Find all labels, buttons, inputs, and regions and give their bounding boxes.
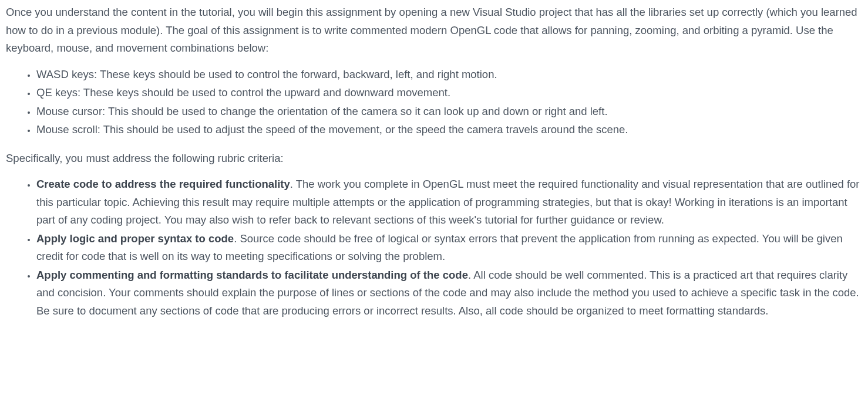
list-item: Apply logic and proper syntax to code. S… <box>36 230 862 266</box>
list-item: Apply commenting and formatting standard… <box>36 266 862 320</box>
controls-list: WASD keys: These keys should be used to … <box>6 66 862 139</box>
rubric-intro: Specifically, you must address the follo… <box>6 150 862 168</box>
rubric-list: Create code to address the required func… <box>6 175 862 320</box>
list-item: Mouse scroll: This should be used to adj… <box>36 121 862 139</box>
list-item: WASD keys: These keys should be used to … <box>36 66 862 84</box>
rubric-bold: Apply commenting and formatting standard… <box>36 269 468 281</box>
list-item: QE keys: These keys should be used to co… <box>36 84 862 102</box>
list-item: Create code to address the required func… <box>36 175 862 229</box>
list-item: Mouse cursor: This should be used to cha… <box>36 103 862 121</box>
rubric-bold: Create code to address the required func… <box>36 178 290 190</box>
rubric-bold: Apply logic and proper syntax to code <box>36 232 234 245</box>
intro-paragraph: Once you understand the content in the t… <box>6 4 862 57</box>
